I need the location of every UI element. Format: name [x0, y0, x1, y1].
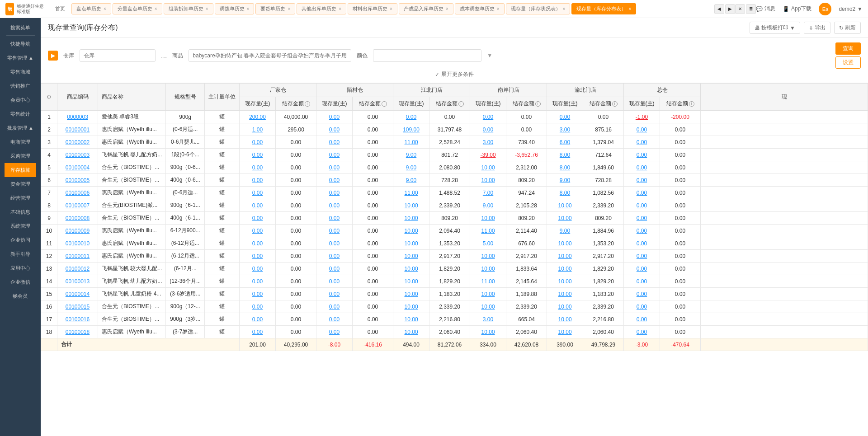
cell-seq: 8	[41, 199, 57, 212]
m-amt-info-icon[interactable]: i	[382, 101, 387, 107]
nav-tab-4[interactable]: 要货单历史×	[255, 3, 295, 14]
cell-f1: 0.00	[240, 161, 276, 174]
nav-tab-5[interactable]: 其他出库单历史×	[297, 3, 346, 14]
yb-amt-info-icon[interactable]: i	[612, 101, 618, 107]
t-amt-info-icon[interactable]: i	[689, 101, 694, 107]
cell-code: 00100015	[57, 300, 98, 313]
code-link[interactable]: 00100011	[66, 253, 90, 259]
sidebar-item-10[interactable]: 资金管理	[5, 177, 36, 191]
cell-f1: 0.00	[240, 199, 276, 212]
sidebar-item-1[interactable]: 零售管理 ▲	[5, 51, 36, 65]
jb-amt-info-icon[interactable]: i	[458, 101, 464, 107]
sidebar-item-16[interactable]: 应用中心	[5, 261, 36, 275]
code-link[interactable]: 00100005	[66, 177, 90, 183]
cell-current	[701, 123, 868, 136]
code-link[interactable]: 00100007	[66, 202, 90, 209]
nav-tab-1[interactable]: 分量盘点单历史×	[113, 3, 162, 14]
nav-tab-10[interactable]: 现存量（库存分布表）×	[571, 3, 636, 14]
message-btn[interactable]: 💬 消息	[756, 5, 775, 13]
sidebar-item-17[interactable]: 企业微信	[5, 275, 36, 289]
code-link[interactable]: 00100013	[66, 278, 90, 285]
cell-yb1: 10.00	[547, 326, 583, 338]
code-link[interactable]: 00100006	[66, 190, 90, 196]
cell-f1: 1.00	[240, 123, 276, 136]
tab-close-1[interactable]: ×	[155, 6, 157, 11]
nav-next-btn[interactable]: ▶	[725, 4, 735, 14]
code-link[interactable]: 00100009	[66, 228, 90, 234]
nav-home[interactable]: 首页	[51, 4, 70, 14]
sidebar-item-14[interactable]: 企业协同	[5, 233, 36, 247]
sidebar-item-2[interactable]: 零售商城	[5, 65, 36, 79]
app-download-btn[interactable]: 📱 App下载	[783, 5, 811, 13]
tab-close-7[interactable]: ×	[446, 6, 448, 11]
code-link[interactable]: 00100003	[66, 152, 90, 158]
code-link[interactable]: 00100008	[66, 215, 90, 221]
tab-close-6[interactable]: ×	[390, 6, 392, 11]
cell-t2: 0.00	[660, 300, 701, 313]
nav-tab-7[interactable]: 产成品入库单历史×	[399, 3, 453, 14]
code-link[interactable]: 00100018	[66, 329, 90, 335]
sidebar-item-0[interactable]: 快捷导航	[5, 37, 36, 51]
username[interactable]: demo2 ▼	[839, 6, 863, 12]
nav-tab-0[interactable]: 盘点单历史×	[71, 3, 111, 14]
summary-f2: 40,295.00	[276, 338, 316, 351]
cell-m2: 0.00	[353, 275, 393, 288]
nav-prev-btn[interactable]: ◀	[714, 4, 724, 14]
sidebar-item-11[interactable]: 经营管理	[5, 191, 36, 205]
nav-tab-6[interactable]: 材料出库单历史×	[348, 3, 397, 14]
sidebar-item-6[interactable]: 批发管理 ▲	[5, 121, 36, 135]
warehouse-input[interactable]	[80, 49, 156, 62]
query-btn[interactable]: 查询	[835, 42, 861, 55]
cell-jb1: 10.00	[393, 212, 429, 225]
sidebar-item-13[interactable]: 系统管理	[5, 219, 36, 233]
sidebar-item-15[interactable]: 新手引导	[5, 247, 36, 261]
sidebar-item-5[interactable]: 零售统计	[5, 107, 36, 121]
cell-code: 00100012	[57, 263, 98, 275]
tab-close-5[interactable]: ×	[339, 6, 341, 11]
f-amt-info-icon[interactable]: i	[305, 101, 310, 107]
code-link[interactable]: 00100002	[66, 139, 90, 145]
user-avatar[interactable]: Ea	[819, 3, 831, 15]
tab-close-9[interactable]: ×	[563, 6, 566, 11]
close-current-btn[interactable]: ✕	[735, 4, 745, 14]
tab-close-3[interactable]: ×	[247, 6, 250, 11]
setting-btn[interactable]: 设置	[835, 56, 861, 69]
code-link[interactable]: 00100001	[66, 127, 90, 133]
goods-input[interactable]	[189, 49, 351, 62]
gear-icon[interactable]: ⚙	[47, 94, 52, 100]
nav-tab-3[interactable]: 调拨单历史×	[215, 3, 255, 14]
print-btn[interactable]: 🖶 按模板打印 ▼	[750, 22, 800, 34]
tab-close-10[interactable]: ×	[628, 6, 631, 11]
filter-more-btn[interactable]: ✓ 展开更多条件	[48, 69, 861, 78]
cell-m1: 0.00	[316, 263, 353, 275]
filter-expand-btn[interactable]: ▶	[48, 51, 58, 61]
close-all-btn[interactable]: ≣	[746, 4, 756, 14]
sidebar-item-7[interactable]: 电商管理	[5, 135, 36, 149]
code-link[interactable]: 00100010	[66, 240, 90, 247]
nav-tab-8[interactable]: 成本调整单历史×	[455, 3, 505, 14]
nb-amt-info-icon[interactable]: i	[535, 101, 541, 107]
code-link[interactable]: 00100004	[66, 164, 90, 171]
code-link[interactable]: 00100016	[66, 316, 90, 323]
sidebar-item-12[interactable]: 基础信息	[5, 205, 36, 219]
tab-close-4[interactable]: ×	[288, 6, 290, 11]
tab-close-8[interactable]: ×	[497, 6, 500, 11]
code-link[interactable]: 0000003	[67, 114, 88, 120]
tab-close-0[interactable]: ×	[104, 6, 106, 11]
code-link[interactable]: 00100015	[66, 304, 90, 310]
sidebar-item-4[interactable]: 会员中心	[5, 93, 36, 107]
nav-tab-2[interactable]: 组装拆卸单历史×	[164, 3, 213, 14]
export-btn[interactable]: ⇩ 导出	[804, 22, 830, 34]
code-link[interactable]: 00100014	[66, 291, 90, 297]
nav-tab-9[interactable]: 现存量（库存状况表）×	[506, 3, 571, 14]
code-link[interactable]: 00100012	[66, 266, 90, 272]
sidebar-search[interactable]: 搜索英单	[0, 22, 41, 34]
sidebar-item-8[interactable]: 采购管理	[5, 149, 36, 163]
sidebar-item-3[interactable]: 营销推广	[5, 79, 36, 93]
cell-f1: 0.00	[240, 313, 276, 326]
refresh-btn[interactable]: ↻ 刷新	[834, 22, 861, 34]
sidebar-item-9[interactable]: 库存核算	[5, 163, 36, 177]
color-input[interactable]	[373, 49, 481, 62]
sidebar-item-18[interactable]: 畅会员	[5, 289, 36, 303]
tab-close-2[interactable]: ×	[206, 6, 208, 11]
